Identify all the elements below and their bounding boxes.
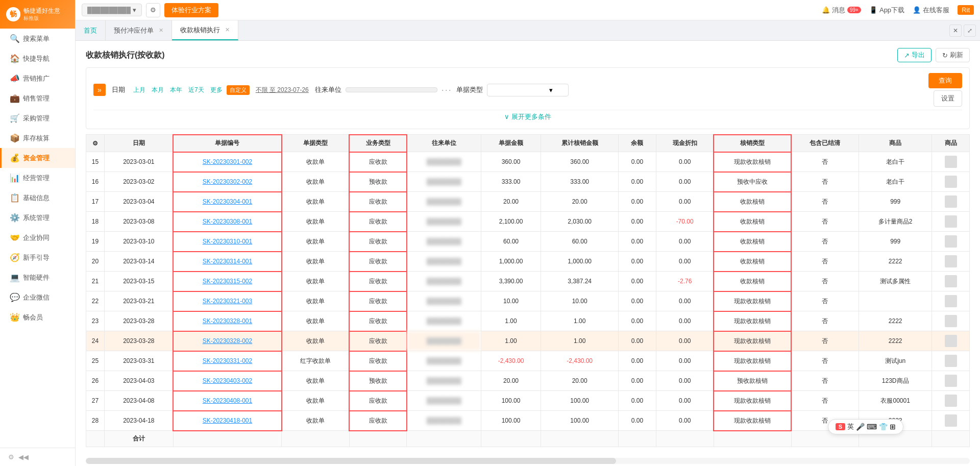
table-cell: 应收款 [349,192,407,212]
expand-more[interactable]: ∨ 展开更多条件 [93,110,962,124]
table-row: 172023-03-04SK-20230304-001收款单应收款███████… [86,192,970,212]
workspace-selector[interactable]: ██████████ ▾ [82,4,142,16]
table-cell[interactable]: SK-20230328-001 [173,311,282,331]
gear-button[interactable]: ⚙ [146,3,160,17]
table-cell[interactable]: SK-20230310-001 [173,232,282,252]
keyboard-icon[interactable]: ⌨ [867,423,877,431]
app-download-action[interactable]: 📱 App下载 [869,6,904,15]
payable-tab-close[interactable]: ✕ [159,27,163,34]
table-cell: 18 [86,212,105,232]
settings-icon[interactable]: ⚙ [8,453,14,461]
table-header-row: ⚙ 日期 单据编号 单据类型 业务类型 往来单位 单据金额 累计核销金额 余额 … [86,135,970,152]
table-cell: 测试jun [859,351,932,371]
table-cell[interactable]: SK-20230321-003 [173,291,282,311]
table-cell: ████████ [407,192,481,212]
shortcut-this-month[interactable]: 本月 [150,85,166,95]
table-cell[interactable]: SK-20230314-001 [173,252,282,272]
writeoff-tab-close[interactable]: ✕ [225,27,230,33]
shortcut-last-month[interactable]: 上月 [131,85,148,95]
table-cell[interactable]: SK-20230408-001 [173,391,282,411]
sidebar-item-marketing[interactable]: 📣 营销推广 [0,68,75,88]
setting-button[interactable]: 设置 [934,90,962,107]
sidebar-item-search[interactable]: 🔍 搜索菜单 [0,29,75,48]
table-cell [932,252,970,272]
custom-date-btn[interactable]: 自定义 [227,85,250,95]
filter-expand-button[interactable]: » [93,84,106,96]
partner-input[interactable] [346,87,437,92]
messages-action[interactable]: 🔔 消息 99+ [822,6,861,15]
shortcut-7days[interactable]: 近7天 [186,85,206,95]
table-cell: 现款收款核销 [714,351,791,371]
table-cell[interactable]: SK-20230328-002 [173,331,282,351]
th-gear[interactable]: ⚙ [86,135,105,152]
table-cell[interactable]: SK-20230403-002 [173,371,282,391]
table-cell: 2023-03-04 [105,192,174,212]
grid-icon[interactable]: ⊞ [890,423,896,431]
bill-type-select[interactable]: ▾ [487,84,569,96]
shortcut-this-year[interactable]: 本年 [168,85,184,95]
table-cell: 2023-04-03 [105,371,174,391]
table-cell[interactable]: SK-20230301-002 [173,152,282,172]
table-cell: 衣服00001 [859,391,932,411]
filter-partner-group: 往来单位 ··· 单据类型 ▾ [315,84,922,96]
table-cell: 1.00 [481,311,541,331]
filter-dots[interactable]: ··· [442,85,452,95]
data-table: ⚙ 日期 单据编号 单据类型 业务类型 往来单位 单据金额 累计核销金额 余额 … [86,134,970,447]
online-service-action[interactable]: 👤 在线客服 [913,6,949,15]
refresh-button[interactable]: ↻ 刷新 [936,48,970,62]
th-bill-no: 单据编号 [173,135,282,152]
table-cell: 收款单 [282,152,349,172]
sidebar-item-hardware[interactable]: 💻 智能硬件 [0,267,75,287]
table-cell: 0.00 [619,391,656,411]
sidebar-item-member[interactable]: 👑 畅会员 [0,307,75,327]
sidebar-item-label: 资金管理 [23,154,50,163]
table-cell: 333.00 [481,172,541,192]
sidebar-item-quicknav[interactable]: 🏠 快捷导航 [0,48,75,68]
table-cell: 2023-03-28 [105,331,174,351]
table-cell[interactable]: SK-20230308-001 [173,212,282,232]
sidebar-item-cooperation[interactable]: 🤝 企业协同 [0,228,75,248]
table-cell: 应收款 [349,391,407,411]
th-goods2: 商品 [932,135,970,152]
sidebar-item-guide[interactable]: 🧭 新手引导 [0,248,75,267]
scrollbar-track[interactable] [86,458,616,464]
shortcut-more[interactable]: 更多 [208,85,225,95]
basics-icon: 📋 [10,193,19,203]
user-avatar[interactable]: Rit [958,5,974,15]
table-cell: 应收款 [349,252,407,272]
table-cell[interactable]: SK-20230418-001 [173,411,282,431]
sidebar-item-purchase[interactable]: 🛒 采购管理 [0,108,75,128]
mic-icon[interactable]: 🎤 [856,423,865,431]
export-button[interactable]: ↗ 导出 [897,48,932,62]
tab-expand-btn[interactable]: ⤢ [964,24,976,37]
table-cell: 否 [791,371,859,391]
sidebar-item-system[interactable]: ⚙️ 系统管理 [0,208,75,228]
table-cell[interactable]: SK-20230315-002 [173,272,282,291]
table-cell: 应收款 [349,331,407,351]
message-badge: 99+ [847,7,861,13]
collapse-icon[interactable]: ◀◀ [18,453,29,461]
table-cell: 21 [86,272,105,291]
date-range[interactable]: 不限 至 2023-07-26 [256,86,309,94]
table-cell[interactable]: SK-20230302-002 [173,172,282,192]
sidebar-item-basics[interactable]: 📋 基础信息 [0,188,75,208]
table-cell[interactable]: SK-20230304-001 [173,192,282,212]
tab-payable[interactable]: 预付冲应付单 ✕ [106,20,172,40]
sidebar-item-wechat[interactable]: 💬 企业微信 [0,287,75,307]
table-cell: 现款收款核销 [714,411,791,431]
tab-home[interactable]: 首页 [76,20,106,40]
table-cell[interactable]: SK-20230331-002 [173,351,282,371]
query-button[interactable]: 查询 [928,73,962,88]
sidebar-item-finance[interactable]: 💰 资金管理 [0,148,75,168]
sidebar-item-inventory[interactable]: 📦 库存核算 [0,128,75,148]
tab-writeoff[interactable]: 收款核销执行 ✕ [172,20,238,40]
sidebar-item-business[interactable]: 📊 经营管理 [0,168,75,188]
input-toolbar: S 英 🎤 ⌨ 👕 ⊞ [828,419,903,434]
industry-button[interactable]: 体验行业方案 [164,3,218,17]
tab-close-btn[interactable]: ✕ [949,24,962,37]
sidebar-item-sales[interactable]: 💼 销售管理 [0,88,75,108]
table-cell: 20.00 [541,192,619,212]
table-cell [932,192,970,212]
table-scrollbar[interactable] [86,458,970,464]
purchase-icon: 🛒 [10,113,19,123]
